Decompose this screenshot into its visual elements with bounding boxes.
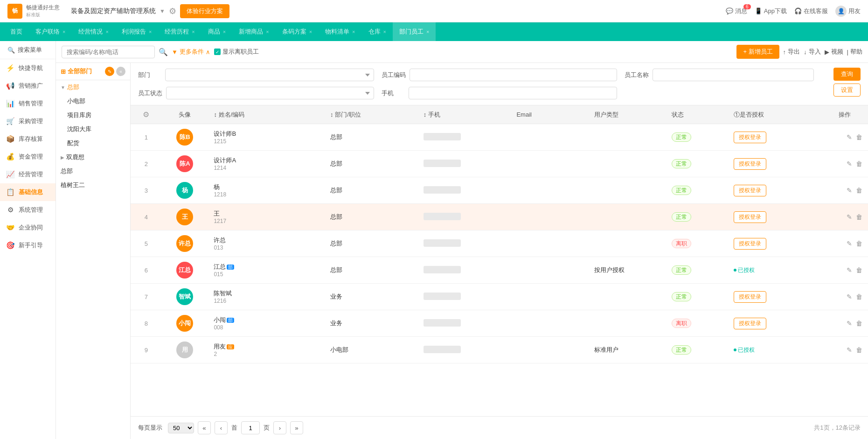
auth-login-btn[interactable]: 授权登录: [734, 291, 766, 303]
more-filter-btn[interactable]: ▼ 更多条件 ∧: [172, 48, 210, 56]
prev-page-btn[interactable]: ‹: [215, 421, 228, 434]
dept-node-shenyang[interactable]: 沈阳大库: [56, 122, 130, 136]
delete-btn[interactable]: 🗑: [856, 346, 862, 354]
tab-employee[interactable]: 部门员工 ×: [393, 22, 436, 41]
delete-btn[interactable]: 🗑: [856, 266, 862, 274]
first-page-btn[interactable]: «: [198, 421, 211, 434]
tab-profit[interactable]: 利润报告 ×: [115, 22, 158, 41]
page-input[interactable]: [241, 421, 260, 434]
edit-dept-btn[interactable]: ✎: [105, 67, 114, 76]
delete-btn[interactable]: 🗑: [856, 293, 862, 300]
dept-select[interactable]: [165, 69, 374, 81]
delete-btn[interactable]: 🗑: [856, 320, 862, 327]
dept-node-zongbu[interactable]: 总部: [56, 164, 130, 178]
edit-btn[interactable]: ✎: [847, 293, 852, 300]
sidebar-item-basic[interactable]: 📋 基础信息: [0, 183, 56, 201]
auth-login-btn[interactable]: 授权登录: [734, 238, 766, 250]
trial-btn[interactable]: 体验行业方案: [180, 4, 229, 18]
tab-history[interactable]: 经营历程 ×: [158, 22, 201, 41]
edit-btn[interactable]: ✎: [847, 160, 852, 167]
message-btn[interactable]: 💬 消息 6: [726, 7, 747, 15]
tab-home[interactable]: 首页: [4, 22, 29, 41]
col-phone-header[interactable]: ↕ 手机: [418, 105, 511, 124]
help-btn[interactable]: | 帮助: [847, 48, 862, 56]
dept-node-xiaodibu[interactable]: 小电部: [56, 94, 130, 108]
delete-btn[interactable]: 🗑: [856, 160, 862, 167]
tab-customer-close[interactable]: ×: [62, 29, 65, 35]
page-size-select[interactable]: 50 10 20 100: [168, 423, 194, 433]
sidebar-item-sales[interactable]: 📊 销售管理: [0, 95, 56, 112]
tab-operation[interactable]: 经营情况 ×: [72, 22, 115, 41]
query-btn[interactable]: 查询: [833, 68, 861, 81]
sidebar-item-marketing[interactable]: 📢 营销推广: [0, 77, 56, 95]
tab-customer[interactable]: 客户联络 ×: [29, 22, 72, 41]
sidebar-item-finance[interactable]: 💰 资金管理: [0, 148, 56, 166]
emp-status-select[interactable]: [166, 87, 374, 99]
sidebar-item-collab[interactable]: 🤝 企业协同: [0, 219, 56, 237]
sidebar-item-system[interactable]: ⚙ 系统管理: [0, 201, 56, 219]
tab-warehouse-close[interactable]: ×: [383, 29, 386, 35]
export-btn[interactable]: ↑ 导出: [783, 48, 800, 56]
edit-btn[interactable]: ✎: [847, 187, 852, 194]
tab-bom[interactable]: 物料清单 ×: [319, 22, 361, 41]
search-menu[interactable]: 🔍 搜索菜单: [0, 41, 56, 59]
tab-new-goods-close[interactable]: ×: [266, 29, 269, 35]
tab-operation-close[interactable]: ×: [105, 29, 108, 35]
sidebar-item-operation[interactable]: 📈 经营管理: [0, 166, 56, 183]
reset-btn[interactable]: 设置: [833, 84, 861, 97]
tab-barcode-close[interactable]: ×: [309, 29, 312, 35]
show-resigned-checkbox[interactable]: ✓ 显示离职员工: [214, 48, 259, 56]
add-employee-btn[interactable]: + 新增员工: [736, 45, 779, 59]
col-gear-icon[interactable]: ⚙: [143, 111, 149, 118]
dept-node-head[interactable]: ▼ 总部: [56, 80, 130, 94]
delete-btn[interactable]: 🗑: [856, 187, 862, 194]
sidebar-item-quicknav[interactable]: ⚡ 快捷导航: [0, 59, 56, 77]
system-title-dropdown-icon[interactable]: ▼: [160, 8, 165, 14]
dept-node-project[interactable]: 项目库房: [56, 108, 130, 122]
sidebar-item-guide[interactable]: 🎯 新手引导: [0, 237, 56, 254]
edit-btn[interactable]: ✎: [847, 213, 852, 221]
tab-profit-close[interactable]: ×: [149, 29, 152, 35]
delete-btn[interactable]: 🗑: [856, 240, 862, 247]
dept-node-distribution[interactable]: 配货: [56, 136, 130, 150]
col-dept-header[interactable]: ↕ 部门/职位: [325, 105, 418, 124]
col-name-header[interactable]: ↕ 姓名/编码: [208, 105, 325, 124]
collapse-btn[interactable]: «: [116, 67, 125, 76]
edit-btn[interactable]: ✎: [847, 346, 852, 354]
delete-btn[interactable]: 🗑: [856, 213, 862, 221]
tab-employee-close[interactable]: ×: [426, 29, 429, 35]
emp-code-input[interactable]: [410, 69, 618, 81]
search-input[interactable]: [62, 46, 155, 58]
view-btn[interactable]: ▶ 视频: [825, 48, 843, 56]
online-service-btn[interactable]: 🎧 在线客服: [794, 7, 828, 15]
delete-btn[interactable]: 🗑: [856, 133, 862, 141]
app-download-btn[interactable]: 📱 App下载: [755, 7, 787, 15]
sidebar-item-purchase[interactable]: 🛒 采购管理: [0, 112, 56, 130]
tab-new-goods[interactable]: 新增商品 ×: [232, 22, 275, 41]
dept-node-shuanglu[interactable]: ▶ 双鹿想: [56, 150, 130, 164]
sidebar-item-inventory[interactable]: 📦 库存核算: [0, 130, 56, 148]
search-btn[interactable]: 🔍: [159, 48, 168, 56]
tab-barcode[interactable]: 条码方案 ×: [276, 22, 319, 41]
last-page-btn[interactable]: »: [290, 421, 303, 434]
import-btn[interactable]: ↓ 导入: [804, 48, 821, 56]
edit-btn[interactable]: ✎: [847, 240, 852, 247]
next-page-btn[interactable]: ›: [273, 421, 286, 434]
user-btn[interactable]: 👤 用友: [835, 6, 861, 17]
settings-icon[interactable]: ⚙: [169, 6, 176, 16]
tab-warehouse[interactable]: 仓库 ×: [362, 22, 393, 41]
auth-login-btn[interactable]: 授权登录: [734, 132, 766, 143]
auth-login-btn[interactable]: 授权登录: [734, 318, 766, 329]
edit-btn[interactable]: ✎: [847, 266, 852, 274]
phone-input[interactable]: [409, 87, 618, 99]
edit-btn[interactable]: ✎: [847, 320, 852, 327]
tab-goods[interactable]: 商品 ×: [201, 22, 232, 41]
tab-goods-close[interactable]: ×: [223, 29, 226, 35]
tab-history-close[interactable]: ×: [192, 29, 194, 35]
dept-node-zhishu[interactable]: 植树王二: [56, 178, 130, 192]
auth-login-btn[interactable]: 授权登录: [734, 158, 766, 170]
auth-login-btn[interactable]: 授权登录: [734, 185, 766, 196]
emp-name-input[interactable]: [653, 69, 814, 81]
auth-login-btn[interactable]: 授权登录: [734, 211, 766, 223]
edit-btn[interactable]: ✎: [847, 133, 852, 141]
